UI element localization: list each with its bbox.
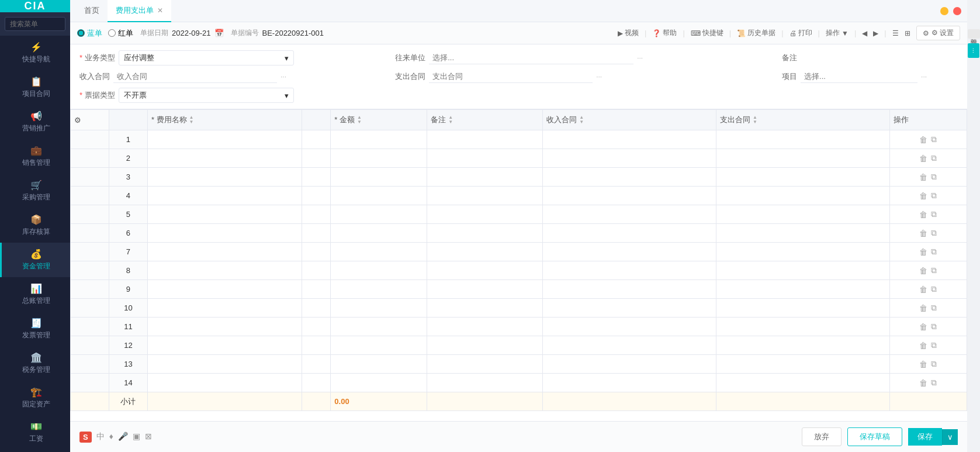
brand-icon-box2[interactable]: ⊠ (145, 432, 152, 442)
income-contract-cell[interactable] (543, 355, 716, 374)
delete-row-icon[interactable]: 🗑 (919, 322, 927, 332)
income-contract-cell[interactable] (543, 168, 716, 187)
copy-row-icon[interactable]: ⧉ (931, 340, 937, 350)
sidebar-item-sales[interactable]: 💼 销售管理 (0, 139, 70, 174)
business-type-select[interactable]: 应付调整 ▾ (119, 50, 294, 65)
delete-row-icon[interactable]: 🗑 (919, 303, 927, 313)
income-contract-input[interactable] (113, 70, 277, 83)
th-notes[interactable]: 备注 ▲▼ (427, 110, 543, 130)
delete-row-icon[interactable]: 🗑 (919, 135, 927, 144)
toolbar-next-btn[interactable]: ▶ (873, 29, 878, 37)
expense-contract-input[interactable] (429, 70, 593, 83)
amount-cell[interactable] (331, 374, 427, 392)
toolbar-grid-view-btn[interactable]: ⊞ (905, 29, 910, 37)
save-draft-button[interactable]: 保存草稿 (847, 427, 902, 446)
th-amount[interactable]: * 金额 ▲▼ (331, 110, 427, 130)
expense-contract-cell[interactable] (716, 149, 890, 168)
sort-expense-name[interactable]: ▲▼ (189, 115, 194, 125)
amount-cell[interactable] (331, 355, 427, 374)
notes-cell[interactable] (427, 318, 543, 336)
copy-row-icon[interactable]: ⧉ (931, 359, 937, 369)
amount-cell[interactable] (331, 336, 427, 355)
expense-contract-cell[interactable] (716, 168, 890, 187)
copy-row-icon[interactable]: ⧉ (931, 247, 937, 257)
brand-icon-zh[interactable]: 中 (96, 432, 105, 442)
notes-cell[interactable] (427, 205, 543, 224)
income-contract-cell[interactable] (543, 299, 716, 318)
delete-row-icon[interactable]: 🗑 (919, 266, 927, 275)
copy-row-icon[interactable]: ⧉ (931, 284, 937, 294)
copy-row-icon[interactable]: ⧉ (931, 228, 937, 238)
copy-row-icon[interactable]: ⧉ (931, 191, 937, 201)
toolbar-prev-btn[interactable]: ◀ (862, 29, 867, 37)
calendar-icon[interactable]: 📅 (214, 29, 224, 37)
expense-contract-cell[interactable] (716, 374, 890, 392)
notes-cell[interactable] (427, 130, 543, 149)
expense-contract-cell[interactable] (716, 318, 890, 336)
expense-contract-cell[interactable] (716, 280, 890, 299)
expense-name-cell[interactable] (147, 187, 302, 205)
income-contract-cell[interactable] (543, 205, 716, 224)
income-contract-cell[interactable] (543, 336, 716, 355)
expense-contract-cell[interactable] (716, 130, 890, 149)
project-ellipsis[interactable]: ··· (921, 73, 927, 81)
income-contract-cell[interactable] (543, 149, 716, 168)
toolbar-help-btn[interactable]: ❓ 帮助 (652, 28, 677, 38)
notes-cell[interactable] (427, 374, 543, 392)
income-contract-cell[interactable] (543, 374, 716, 392)
expense-name-cell[interactable] (147, 205, 302, 224)
table-settings-icon[interactable]: ⚙ (74, 116, 81, 125)
th-expense-contract[interactable]: 支出合同 ▲▼ (716, 110, 890, 130)
delete-row-icon[interactable]: 🗑 (919, 229, 927, 238)
sort-notes[interactable]: ▲▼ (448, 115, 453, 125)
income-contract-cell[interactable] (543, 224, 716, 243)
expense-name-cell[interactable] (147, 224, 302, 243)
toolbar-list-view-btn[interactable]: ☰ (892, 29, 899, 37)
sidebar-item-tax[interactable]: 🏛️ 税务管理 (0, 346, 70, 381)
teal-panel-btn[interactable]: ··· (968, 43, 979, 58)
sidebar-item-quick-nav[interactable]: ⚡ 快捷导航 (0, 36, 70, 70)
brand-icon-diamond[interactable]: ♦ (109, 432, 113, 442)
expense-contract-cell[interactable] (716, 224, 890, 243)
sidebar-item-capital[interactable]: 💰 资金管理 (0, 243, 70, 277)
sidebar-item-payroll[interactable]: 💵 工资 (0, 415, 70, 450)
expense-name-cell[interactable] (147, 261, 302, 280)
copy-row-icon[interactable]: ⧉ (931, 303, 937, 313)
save-dropdown-button[interactable]: ∨ (942, 429, 958, 445)
notes-cell[interactable] (427, 336, 543, 355)
delete-row-icon[interactable]: 🗑 (919, 154, 927, 163)
expense-contract-cell[interactable] (716, 243, 890, 261)
delete-row-icon[interactable]: 🗑 (919, 191, 927, 201)
notes-cell[interactable] (427, 168, 543, 187)
expense-contract-cell[interactable] (716, 187, 890, 205)
partner-input[interactable] (429, 51, 633, 64)
expense-name-cell[interactable] (147, 243, 302, 261)
project-input[interactable] (801, 70, 917, 83)
sidebar-item-project-contract[interactable]: 📋 项目合同 (0, 70, 70, 105)
radio-blue-input[interactable] (77, 29, 85, 37)
th-settings[interactable]: ⚙ (71, 110, 109, 130)
expense-contract-ellipsis[interactable]: ··· (596, 73, 602, 81)
copy-row-icon[interactable]: ⧉ (931, 172, 937, 182)
expense-contract-cell[interactable] (716, 261, 890, 280)
toolbar-video-btn[interactable]: ▶ 视频 (618, 28, 639, 38)
delete-row-icon[interactable]: 🗑 (919, 247, 927, 257)
notes-cell[interactable] (427, 149, 543, 168)
sidebar-item-ops[interactable]: 📈 经营管理 (0, 450, 70, 452)
sort-amount[interactable]: ▲▼ (357, 115, 362, 125)
tab-expense-form[interactable]: 费用支出单 ✕ (108, 0, 171, 22)
delete-row-icon[interactable]: 🗑 (919, 378, 927, 388)
copy-row-icon[interactable]: ⧉ (931, 322, 937, 332)
sidebar-item-purchase[interactable]: 🛒 采购管理 (0, 174, 70, 208)
expense-contract-cell[interactable] (716, 205, 890, 224)
save-main-button[interactable]: 保存 (908, 428, 942, 446)
copy-row-icon[interactable]: ⧉ (931, 378, 937, 388)
copy-row-icon[interactable]: ⧉ (931, 134, 937, 144)
delete-row-icon[interactable]: 🗑 (919, 210, 927, 219)
notes-cell[interactable] (427, 187, 543, 205)
income-contract-cell[interactable] (543, 318, 716, 336)
sidebar-item-invoice[interactable]: 🧾 发票管理 (0, 312, 70, 346)
notes-cell[interactable] (427, 280, 543, 299)
attachment-panel-btn[interactable]: 附件 (968, 29, 980, 39)
amount-cell[interactable] (331, 299, 427, 318)
